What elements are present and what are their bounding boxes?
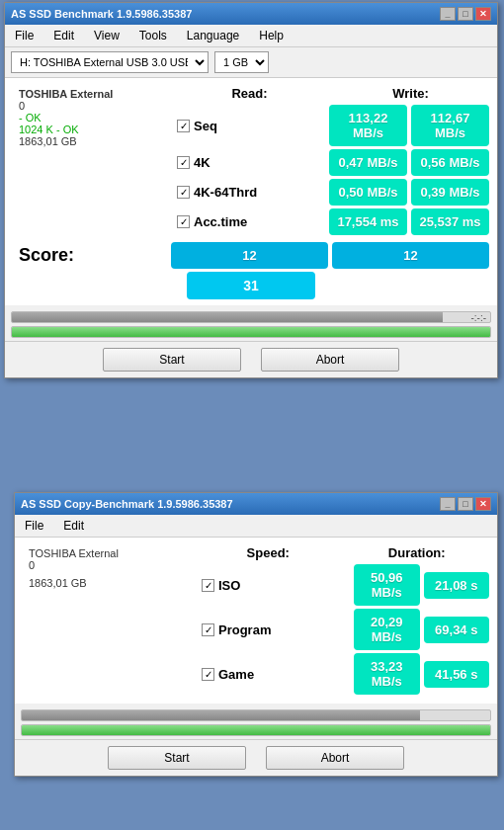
- copy-benchmark-window: AS SSD Copy-Benchmark 1.9.5986.35387 _ □…: [14, 492, 498, 777]
- device-name-1: TOSHIBA External: [19, 88, 161, 100]
- acctime-read: 17,554 ms: [329, 208, 407, 235]
- maximize-button-2[interactable]: □: [458, 497, 473, 511]
- benchmark-window: AS SSD Benchmark 1.9.5986.35387 _ □ ✕ Fi…: [4, 2, 498, 378]
- device-size-1: 1863,01 GB: [19, 135, 161, 147]
- row-program-label: Program: [218, 622, 271, 637]
- status-1024k-1: 1024 K - OK: [19, 124, 161, 135]
- col-headers-2: Speed: Duration:: [194, 543, 491, 562]
- menu-file-1[interactable]: File: [9, 27, 40, 44]
- row-acctime: ✓ Acc.time 17,554 ms 25,537 ms: [169, 208, 491, 235]
- score-row: Score: 12 12: [11, 242, 491, 269]
- program-speed: 20,29 MB/s: [354, 609, 420, 650]
- results-table-1: Read: Write: ✓ Seq 113,22 MB/s 112,67 MB…: [169, 84, 491, 238]
- abort-button-1[interactable]: Abort: [261, 348, 399, 372]
- 4k64-read: 0,50 MB/s: [329, 179, 407, 206]
- start-button-2[interactable]: Start: [108, 746, 246, 770]
- drive-select[interactable]: H: TOSHIBA External USB 3.0 USB Devic...: [11, 51, 209, 73]
- info-panel-2: TOSHIBA External 0 1863,01 GB: [21, 543, 194, 698]
- checkbox-iso[interactable]: ✓: [202, 579, 214, 592]
- row-game-label-area: ✓ Game: [194, 667, 352, 682]
- checkbox-4k[interactable]: ✓: [177, 156, 190, 169]
- program-duration: 69,34 s: [424, 617, 490, 643]
- row-4k-label: 4K: [194, 155, 210, 170]
- iso-duration: 21,08 s: [424, 572, 490, 599]
- progress-track-1a: -:-:-: [11, 311, 491, 323]
- score-read: 12: [171, 242, 328, 269]
- results-table-2: Speed: Duration: ✓ ISO 50,96 MB/s 21,08 …: [194, 543, 491, 698]
- progress-section-1: -:-:-: [5, 311, 497, 338]
- checkbox-program[interactable]: ✓: [202, 623, 214, 636]
- seq-read: 113,22 MB/s: [329, 105, 407, 146]
- progress-fill-1a: [12, 312, 443, 322]
- window1-title: AS SSD Benchmark 1.9.5986.35387: [11, 8, 192, 20]
- device-line2-2: 0: [29, 559, 186, 571]
- progress-fill-2a: [22, 710, 420, 720]
- button-row-2: Start Abort: [15, 739, 497, 776]
- row-iso: ✓ ISO 50,96 MB/s 21,08 s: [194, 564, 491, 606]
- device-name-2: TOSHIBA External: [29, 547, 186, 559]
- checkbox-seq[interactable]: ✓: [177, 120, 190, 132]
- window2-title: AS SSD Copy-Benchmark 1.9.5986.35387: [21, 498, 233, 510]
- menu-bar-2: File Edit: [15, 515, 497, 538]
- row-seq-label-area: ✓ Seq: [169, 119, 327, 133]
- row-program: ✓ Program 20,29 MB/s 69,34 s: [194, 609, 491, 650]
- status-ok-1: - OK: [19, 112, 161, 124]
- progress-label-1a: -:-:-: [470, 312, 486, 323]
- title-bar-1: AS SSD Benchmark 1.9.5986.35387 _ □ ✕: [5, 3, 497, 25]
- window-controls-2: _ □ ✕: [440, 497, 491, 511]
- checkbox-4k64[interactable]: ✓: [177, 186, 190, 199]
- progress-track-2a: [21, 709, 491, 721]
- row-4k: ✓ 4K 0,47 MB/s 0,56 MB/s: [169, 149, 491, 176]
- close-button-1[interactable]: ✕: [475, 7, 491, 21]
- menu-language-1[interactable]: Language: [181, 27, 245, 44]
- menu-help-1[interactable]: Help: [253, 27, 290, 44]
- 4k-read: 0,47 MB/s: [329, 149, 407, 176]
- title-bar-2: AS SSD Copy-Benchmark 1.9.5986.35387 _ □…: [15, 493, 497, 515]
- progress-track-2b: [21, 724, 491, 736]
- menu-tools-1[interactable]: Tools: [133, 27, 173, 44]
- row-4k64-label-area: ✓ 4K-64Thrd: [169, 185, 327, 200]
- row-seq: ✓ Seq 113,22 MB/s 112,67 MB/s: [169, 105, 491, 146]
- progress-fill-2b: [22, 725, 490, 735]
- minimize-button-1[interactable]: _: [440, 7, 456, 21]
- size-select[interactable]: 1 GB: [214, 51, 269, 73]
- menu-bar-1: File Edit View Tools Language Help: [5, 25, 497, 47]
- content-area-1: TOSHIBA External 0 - OK 1024 K - OK 1863…: [5, 78, 497, 305]
- checkbox-game[interactable]: ✓: [202, 668, 214, 681]
- score-write: 12: [332, 242, 489, 269]
- menu-file-2[interactable]: File: [19, 517, 49, 535]
- progress-track-1b: [11, 326, 491, 338]
- menu-edit-1[interactable]: Edit: [47, 27, 80, 44]
- col-read-header: Read:: [169, 84, 330, 103]
- acctime-write: 25,537 ms: [411, 208, 489, 235]
- score-section-1: Score: 12 12 31: [11, 242, 491, 299]
- row-4k64-label: 4K-64Thrd: [194, 185, 257, 200]
- content-area-2: TOSHIBA External 0 1863,01 GB Speed: Dur…: [15, 538, 497, 704]
- abort-button-2[interactable]: Abort: [266, 746, 404, 770]
- progress-section-2: [15, 709, 497, 736]
- button-row-1: Start Abort: [5, 341, 497, 377]
- menu-view-1[interactable]: View: [88, 27, 126, 44]
- start-button-1[interactable]: Start: [103, 348, 241, 372]
- close-button-2[interactable]: ✕: [475, 497, 491, 511]
- menu-edit-2[interactable]: Edit: [57, 517, 90, 535]
- row-acctime-label-area: ✓ Acc.time: [169, 214, 327, 229]
- row-iso-label: ISO: [218, 578, 240, 593]
- device-line2-1: 0: [19, 100, 161, 112]
- score-label: Score:: [11, 245, 169, 266]
- minimize-button-2[interactable]: _: [440, 497, 456, 511]
- row-program-label-area: ✓ Program: [194, 622, 352, 637]
- col-speed-header: Speed:: [194, 543, 343, 562]
- row-game-label: Game: [218, 667, 254, 682]
- checkbox-acctime[interactable]: ✓: [177, 215, 190, 228]
- device-size-2: 1863,01 GB: [29, 577, 186, 589]
- toolbar-1: H: TOSHIBA External USB 3.0 USB Devic...…: [5, 47, 497, 78]
- game-speed: 33,23 MB/s: [354, 653, 420, 695]
- info-panel-1: TOSHIBA External 0 - OK 1024 K - OK 1863…: [11, 84, 169, 238]
- maximize-button-1[interactable]: □: [458, 7, 473, 21]
- score-total-row: 31: [11, 272, 491, 299]
- game-duration: 41,56 s: [424, 661, 490, 688]
- row-acctime-label: Acc.time: [194, 214, 247, 229]
- col-write-header: Write:: [330, 84, 491, 103]
- 4k64-write: 0,39 MB/s: [411, 179, 489, 206]
